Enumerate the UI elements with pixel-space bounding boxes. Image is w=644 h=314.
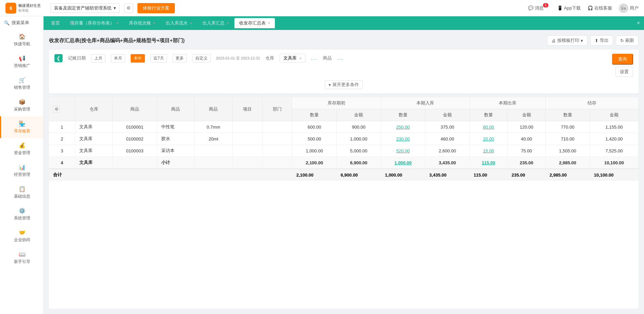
trial-button[interactable]: 体验行业方案 xyxy=(137,3,175,13)
last-month-btn[interactable]: 上月 xyxy=(91,54,105,63)
expand-row: ▾ 展开更多条件 xyxy=(54,80,633,89)
header-actions: 🖨 按模板打印 ▾ ⬆ 导出 ↻ 刷新 xyxy=(547,35,639,46)
system-selector[interactable]: 装备及固定资产辅助管理系统 ▾ xyxy=(50,3,120,13)
query-button[interactable]: 查询 xyxy=(612,54,633,65)
row-dept xyxy=(262,157,292,169)
message-label: 消息 xyxy=(535,5,544,11)
content-area: 首页 现存量（库存分布表） × 库存批次账 × 出入库流水 × 出入库汇总 × … xyxy=(44,16,644,314)
sidebar-item-quick-nav[interactable]: 🏠 快捷导航 xyxy=(0,29,43,51)
system-label: 系统管理 xyxy=(14,215,30,221)
sidebar-item-collab[interactable]: 🤝 企业协同 xyxy=(0,225,43,247)
tab-batch-label: 库存批次账 xyxy=(129,20,151,26)
row-open-qty: 500.00 xyxy=(292,133,336,145)
filter-toggle-button[interactable]: ❮ xyxy=(54,54,63,62)
tab-in-out-summary-close[interactable]: × xyxy=(227,21,229,26)
tab-stock-summary[interactable]: 收发存汇总表 × xyxy=(234,18,275,28)
sidebar-item-finance[interactable]: 💰 资金管理 xyxy=(0,138,43,160)
footer-in-qty: 1,000.00 xyxy=(381,169,425,181)
tab-inventory-dist[interactable]: 现存量（库存分布表） × xyxy=(65,18,123,28)
expand-more-button[interactable]: ▾ 展开更多条件 xyxy=(325,80,363,89)
user-label: 用户 xyxy=(630,5,639,11)
col-settings-gear[interactable]: ⚙ xyxy=(53,106,60,113)
more-btn[interactable]: 更多 xyxy=(172,54,187,63)
refresh-button[interactable]: ↻ 刷新 xyxy=(616,35,639,46)
warehouse-more-button[interactable]: ... xyxy=(311,55,317,61)
in-qty-link[interactable]: 250.00 xyxy=(396,125,410,130)
tab-inventory-dist-close[interactable]: × xyxy=(116,21,119,26)
tab-in-out-flow[interactable]: 出入库流水 × xyxy=(161,18,197,28)
footer-open-amt: 6,900.00 xyxy=(336,169,381,181)
online-service-button[interactable]: 🎧 在线客服 xyxy=(588,5,612,11)
dropdown-icon: ▾ xyxy=(114,5,116,11)
message-button[interactable]: 💬 消息 6 xyxy=(528,5,550,11)
row-open-qty: 600.00 xyxy=(292,121,336,133)
sidebar-item-basic-info[interactable]: 📋 基础信息 xyxy=(0,182,43,203)
warehouse-tag-close[interactable]: × xyxy=(299,56,301,60)
sidebar-item-marketing[interactable]: 📢 营销推广 xyxy=(0,51,43,73)
table-card: ⚙ 仓库 商品 商品 商品 项目 部门 库存期初 本期入库 本期出库 结存 xyxy=(49,97,639,309)
last7-btn[interactable]: 近7天 xyxy=(150,54,167,63)
user-menu[interactable]: Ea 用户 xyxy=(619,3,639,13)
col-goods-code-header: 商品 xyxy=(113,97,157,121)
tab-home[interactable]: 首页 xyxy=(46,18,65,28)
row-in-qty: 250.00 xyxy=(381,121,425,133)
tab-batch-close[interactable]: × xyxy=(153,21,155,26)
tab-batch[interactable]: 库存批次账 × xyxy=(124,18,160,28)
out-qty-link[interactable]: 15.00 xyxy=(483,148,494,153)
row-warehouse: 文具库 xyxy=(75,133,113,145)
open-amt-header: 金额 xyxy=(336,109,381,121)
this-year-btn[interactable]: 本年 xyxy=(131,54,145,63)
message-badge: 6 xyxy=(543,3,548,7)
custom-btn[interactable]: 自定义 xyxy=(192,54,211,63)
row-goods-spec xyxy=(195,157,233,169)
col-in-header: 本期入库 xyxy=(381,97,470,109)
row-goods-name: 采访本 xyxy=(157,145,194,157)
subtotal-in-qty-link[interactable]: 1,000.00 xyxy=(394,160,412,165)
in-amt-header: 金额 xyxy=(425,109,469,121)
finance-icon: 💰 xyxy=(19,142,26,149)
sidebar-item-sales[interactable]: 🛒 销售管理 xyxy=(0,73,43,95)
table-footer-row: 合计 2,100.00 6,900.00 1,000.00 3,435.00 1… xyxy=(49,169,639,181)
operations-icon: 📊 xyxy=(19,164,26,170)
app-download-button[interactable]: 📱 App下载 xyxy=(557,5,581,11)
footer-bal-qty: 2,985.00 xyxy=(545,169,590,181)
sidebar: 🔍 搜索菜单 🏠 快捷导航 📢 营销推广 🛒 销售管理 📦 采购管理 🏪 库存核… xyxy=(0,16,44,314)
sidebar-item-system[interactable]: ⚙️ 系统管理 xyxy=(0,203,43,225)
tab-in-out-summary[interactable]: 出入库汇总 × xyxy=(198,18,234,28)
sidebar-search[interactable]: 🔍 搜索菜单 xyxy=(0,16,43,29)
search-menu-label: 搜索菜单 xyxy=(12,20,29,26)
row-open-amt: 5,000.00 xyxy=(336,145,381,157)
export-button[interactable]: ⬆ 导出 xyxy=(590,35,613,46)
tab-stock-summary-close[interactable]: × xyxy=(268,21,270,26)
print-icon: 🖨 xyxy=(551,38,556,43)
sidebar-item-operations[interactable]: 📊 经营管理 xyxy=(0,160,43,182)
out-qty-link[interactable]: 80.00 xyxy=(483,125,494,130)
in-qty-link[interactable]: 230.00 xyxy=(396,136,410,142)
row-out-qty: 115.00 xyxy=(469,157,508,169)
in-qty-link[interactable]: 520.00 xyxy=(396,148,410,153)
row-in-qty: 1,000.00 xyxy=(381,157,425,169)
this-month-btn[interactable]: 本月 xyxy=(111,54,125,63)
row-project xyxy=(232,145,262,157)
col-warehouse-header: 仓库 xyxy=(75,97,113,121)
guide-label: 新手引导 xyxy=(14,259,30,265)
row-goods-spec: 20ml xyxy=(195,133,233,145)
tab-in-out-flow-close[interactable]: × xyxy=(190,21,192,26)
subtotal-out-qty-link[interactable]: 115.00 xyxy=(482,160,495,165)
filter-settings-button[interactable]: 设置 xyxy=(615,67,633,77)
col-out-header: 本期出库 xyxy=(469,97,545,109)
sidebar-item-guide[interactable]: 📖 新手引导 xyxy=(0,247,43,269)
out-qty-link[interactable]: 20.00 xyxy=(483,136,494,142)
print-button[interactable]: 🖨 按模板打印 ▾ xyxy=(547,35,588,46)
row-bal-amt: 7,525.00 xyxy=(590,145,639,157)
filter-section: ❮ 记账日期 上月 本月 本年 近7天 更多 自定义 2023-01-01 至 … xyxy=(54,54,633,77)
bal-qty-header: 数量 xyxy=(545,109,590,121)
settings-gear-button[interactable]: ⚙ xyxy=(124,3,133,13)
sidebar-item-inventory[interactable]: 🏪 库存核算 xyxy=(0,116,43,138)
tab-bar-close[interactable]: × xyxy=(637,20,640,26)
out-amt-header: 金额 xyxy=(508,109,546,121)
sidebar-item-purchase[interactable]: 📦 采购管理 xyxy=(0,95,43,116)
goods-more-button[interactable]: ... xyxy=(337,55,344,61)
row-out-amt: 40.00 xyxy=(508,133,546,145)
row-open-amt: 6,900.00 xyxy=(336,157,381,169)
